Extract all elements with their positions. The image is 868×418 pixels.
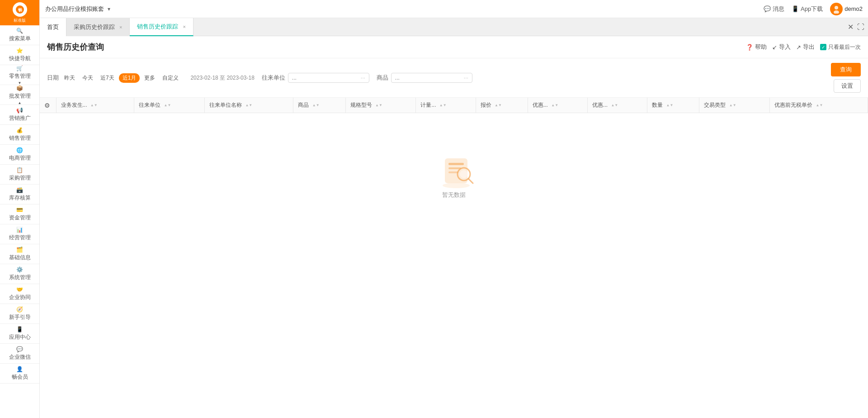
tab-purchase[interactable]: 采购历史价跟踪 ×	[66, 18, 130, 36]
date-btn-yesterday[interactable]: 昨天	[61, 73, 78, 83]
empty-text: 暂无数据	[442, 191, 466, 199]
sidebar-item-member[interactable]: 👤 畅会员	[0, 364, 40, 384]
tabs-actions: ✕ ⛶	[848, 23, 868, 31]
goods-label: 商品	[377, 74, 388, 82]
sort-arrows-partner-name: ▲▼	[245, 103, 252, 107]
column-goods-label: 商品	[298, 102, 309, 108]
column-spec-label: 规格型号	[350, 102, 372, 108]
column-biz-date[interactable]: 业务发生... ▲▼	[56, 98, 134, 113]
sidebar-item-operations[interactable]: 📊 经营管理	[0, 224, 40, 244]
page-actions: ❓ 帮助 ↙ 导入 ↗ 导出 ✓ 只看最后一次	[746, 43, 861, 51]
sidebar-item-ecommerce[interactable]: 🌐 电商管理	[0, 145, 40, 165]
partner-input-wrapper[interactable]: ···	[288, 73, 369, 83]
download-icon: 📱	[792, 5, 799, 12]
column-quote[interactable]: 报价 ▲▼	[476, 98, 528, 113]
table-header-row: ⚙ 业务发生... ▲▼ 往来单位 ▲▼ 往来单位名称 ▲▼	[40, 98, 868, 113]
message-icon: 💬	[764, 5, 771, 12]
column-qty[interactable]: 数量 ▲▼	[647, 98, 699, 113]
date-btn-today[interactable]: 今天	[80, 73, 96, 83]
goods-input[interactable]	[395, 75, 462, 81]
date-btn-last7[interactable]: 近7天	[98, 73, 117, 83]
date-btn-more[interactable]: 更多	[142, 73, 158, 83]
import-label: 导入	[779, 43, 791, 51]
sidebar-item-appcenter[interactable]: 📱 应用中心	[0, 324, 40, 344]
sidebar-item-search[interactable]: 🔍 搜索菜单	[0, 25, 40, 45]
sidebar-item-quicknav[interactable]: ⭐ 快捷导航	[0, 45, 40, 65]
column-unit[interactable]: 计量... ▲▼	[416, 98, 476, 113]
sidebar-item-wholesale[interactable]: 📦 批发管理 ▲	[0, 85, 40, 105]
sidebar-item-finance[interactable]: 💳 资金管理	[0, 204, 40, 224]
column-discount2[interactable]: 优惠... ▲▼	[588, 98, 647, 113]
card-icon: 💳	[16, 207, 23, 213]
sidebar-item-system[interactable]: ⚙️ 系统管理	[0, 264, 40, 284]
topbar-dropdown-arrow[interactable]: ▾	[108, 6, 110, 12]
tab-bar: 首页 采购历史价跟踪 × 销售历史价跟踪 × ✕ ⛶	[40, 18, 868, 36]
message-button[interactable]: 💬 消息	[764, 5, 784, 13]
svg-rect-7	[448, 163, 464, 165]
app-download-button[interactable]: 📱 App下载	[792, 5, 823, 13]
sidebar-item-retail[interactable]: 🛒 零售管理 ▼	[0, 65, 40, 85]
only-last-checkbox[interactable]: ✓	[820, 44, 826, 50]
sort-arrows-discount2: ▲▼	[611, 103, 618, 107]
partner-filter: 往来单位 ···	[262, 73, 369, 83]
sidebar-item-basic[interactable]: 🗂️ 基础信息	[0, 244, 40, 264]
topbar-left: 办公用品行业模拟账套 ▾	[45, 5, 110, 13]
sidebar-item-label: 零售管理	[9, 72, 31, 80]
tab-sales[interactable]: 销售历史价跟踪 ×	[130, 18, 193, 36]
partner-input[interactable]	[292, 75, 359, 81]
tab-home[interactable]: 首页	[40, 18, 66, 36]
user-menu[interactable]: demo2	[830, 3, 863, 15]
only-last-checkbox-wrapper[interactable]: ✓ 只看最后一次	[820, 43, 861, 51]
column-partner-code[interactable]: 往来单位 ▲▼	[134, 98, 205, 113]
column-settings[interactable]: ⚙	[40, 98, 56, 113]
date-buttons: 昨天 今天 近7天 近1月 更多 自定义	[61, 73, 181, 83]
sidebar-item-wechat[interactable]: 💬 企业微信	[0, 344, 40, 364]
column-biz-date-label: 业务发生...	[61, 102, 87, 108]
sidebar-item-label: 新手引导	[9, 314, 31, 321]
page-title: 销售历史价查询	[47, 42, 104, 52]
chevron-up-icon: ▲	[18, 101, 22, 105]
column-partner-name[interactable]: 往来单位名称 ▲▼	[205, 98, 293, 113]
search-icon: 🔍	[16, 28, 23, 34]
sort-arrows-trade-type: ▲▼	[729, 103, 736, 107]
sidebar-item-label: 经营管理	[9, 234, 31, 242]
sidebar-item-enterprise[interactable]: 🤝 企业协同	[0, 284, 40, 304]
sidebar-item-purchase[interactable]: 📋 采购管理	[0, 165, 40, 185]
sidebar-item-sales-mgmt[interactable]: 💰 销售管理	[0, 125, 40, 145]
sidebar-item-inventory[interactable]: 🗃️ 库存核算	[0, 185, 40, 204]
column-notax-price[interactable]: 优惠前无税单价 ▲▼	[770, 98, 868, 113]
empty-icon	[436, 149, 472, 185]
column-goods[interactable]: 商品 ▲▼	[293, 98, 345, 113]
export-button[interactable]: ↗ 导出	[796, 43, 815, 51]
column-discount1[interactable]: 优惠... ▲▼	[528, 98, 587, 113]
sidebar-item-marketing[interactable]: 📢 营销推广	[0, 105, 40, 125]
column-qty-label: 数量	[652, 102, 663, 108]
empty-state-row: 暂无数据	[40, 113, 868, 236]
partner-input-suffix: ···	[361, 75, 365, 81]
date-filter: 日期 昨天 今天 近7天 近1月 更多 自定义	[47, 73, 181, 83]
settings-button[interactable]: 设置	[834, 79, 861, 93]
query-button[interactable]: 查询	[831, 63, 861, 76]
svg-rect-9	[448, 171, 458, 173]
sort-arrows-qty: ▲▼	[666, 103, 674, 107]
import-icon: ↙	[772, 44, 777, 51]
settings-icon[interactable]: ⚙	[44, 102, 50, 109]
tab-sales-close[interactable]: ×	[183, 24, 185, 29]
close-all-tabs-button[interactable]: ✕	[848, 23, 854, 31]
date-btn-last1m[interactable]: 近1月	[119, 73, 140, 83]
app-download-label: App下载	[801, 5, 823, 13]
date-btn-custom[interactable]: 自定义	[160, 73, 181, 83]
column-discount1-label: 优惠...	[533, 102, 548, 108]
tab-purchase-label: 采购历史价跟踪	[74, 23, 115, 31]
tab-purchase-close[interactable]: ×	[119, 24, 122, 30]
import-button[interactable]: ↙ 导入	[772, 43, 791, 51]
goods-input-wrapper[interactable]: ···	[391, 73, 472, 83]
app-tagline: 标准版	[14, 18, 26, 24]
help-button[interactable]: ❓ 帮助	[746, 43, 767, 51]
tab-sales-label: 销售历史价跟踪	[137, 23, 178, 31]
maximize-button[interactable]: ⛶	[857, 23, 864, 31]
column-quote-label: 报价	[481, 102, 491, 108]
column-spec[interactable]: 规格型号 ▲▼	[345, 98, 416, 113]
sidebar-item-guide[interactable]: 🧭 新手引导	[0, 304, 40, 324]
column-trade-type[interactable]: 交易类型 ▲▼	[699, 98, 770, 113]
